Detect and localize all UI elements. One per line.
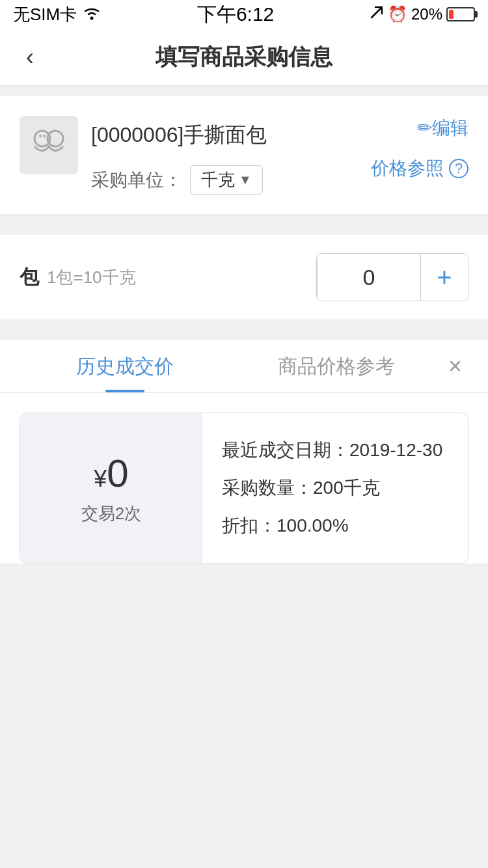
price-value: 0: [107, 452, 128, 495]
product-left: [0000006]手撕面包 采购单位： 千克 ▼: [20, 116, 267, 195]
section-divider-2: [0, 319, 488, 330]
price-discount-label: 折扣：: [222, 515, 277, 536]
battery-percent: 20%: [411, 5, 442, 23]
quantity-controls: +: [316, 253, 468, 301]
price-trades: 交易2次: [81, 502, 141, 525]
quantity-input[interactable]: [317, 254, 421, 301]
svg-point-0: [90, 16, 94, 20]
price-ref-icon: ?: [449, 159, 468, 178]
price-card-left: ¥0 交易2次: [20, 413, 202, 563]
price-date-label: 最近成交日期：: [222, 440, 349, 460]
status-right: ⏰ 20%: [370, 5, 475, 23]
price-card-right: 最近成交日期：2019-12-30 采购数量：200千克 折扣：100.00%: [202, 413, 468, 563]
status-bar: 无SIM卡 下午6:12 ⏰ 20%: [0, 0, 488, 29]
back-button[interactable]: ‹: [20, 37, 40, 77]
product-name: [0000006]手撕面包: [91, 121, 267, 150]
product-section: [0000006]手撕面包 采购单位： 千克 ▼ ✏编辑 价格参照 ?: [0, 96, 488, 214]
tab-history-price[interactable]: 历史成交价: [20, 340, 230, 392]
quantity-unit-desc: 1包=10千克: [47, 266, 136, 289]
unit-value: 千克: [201, 169, 235, 191]
price-card: ¥0 交易2次 最近成交日期：2019-12-30 采购数量：200千克 折扣：…: [20, 413, 468, 563]
product-info: [0000006]手撕面包 采购单位： 千克 ▼: [91, 116, 267, 195]
tab-close-button[interactable]: ×: [442, 346, 468, 387]
price-ref-button[interactable]: 价格参照 ?: [371, 156, 468, 181]
svg-point-3: [39, 135, 42, 137]
product-unit-row: 采购单位： 千克 ▼: [91, 165, 267, 195]
price-qty-row: 采购数量：200千克: [222, 474, 448, 502]
quantity-section: 包 1包=10千克 +: [0, 235, 488, 319]
quantity-label: 包 1包=10千克: [20, 264, 136, 291]
tab-bar: 历史成交价 商品价格参考 ×: [0, 340, 488, 393]
alarm-icon: ⏰: [388, 5, 407, 23]
battery-icon: [446, 7, 475, 21]
price-date-value: 2019-12-30: [349, 440, 442, 460]
quantity-unit-name: 包: [20, 264, 39, 291]
wifi-icon: [82, 5, 102, 25]
carrier-text: 无SIM卡: [13, 3, 77, 26]
price-date-row: 最近成交日期：2019-12-30: [222, 437, 448, 464]
price-qty-label: 采购数量：: [222, 478, 313, 498]
nav-title: 填写商品采购信息: [156, 42, 332, 72]
unit-select[interactable]: 千克 ▼: [190, 165, 263, 195]
price-amount: ¥0: [94, 451, 128, 496]
product-thumbnail: [20, 116, 78, 174]
tab-product-price-label: 商品价格参考: [278, 353, 395, 380]
status-time: 下午6:12: [197, 1, 274, 28]
product-header: [0000006]手撕面包 采购单位： 千克 ▼ ✏编辑 价格参照 ?: [20, 116, 468, 195]
tab-product-price[interactable]: 商品价格参考: [230, 340, 441, 392]
section-divider-1: [0, 214, 488, 224]
price-discount-row: 折扣：100.00%: [222, 512, 448, 539]
tab-section: 历史成交价 商品价格参考 × ¥0 交易2次 最近成交日期：2019-12-30…: [0, 340, 488, 563]
svg-point-4: [43, 135, 46, 137]
edit-button[interactable]: ✏编辑: [417, 116, 468, 141]
price-ref-label: 价格参照: [371, 156, 444, 181]
price-discount-value: 100.00%: [277, 515, 349, 536]
location-icon: [370, 5, 384, 23]
unit-label: 采购单位：: [91, 168, 182, 193]
price-qty-value: 200千克: [313, 478, 380, 498]
price-yen-symbol: ¥: [94, 465, 107, 492]
unit-arrow-icon: ▼: [239, 172, 252, 187]
nav-bar: ‹ 填写商品采购信息: [0, 29, 488, 86]
main-content: [0000006]手撕面包 采购单位： 千克 ▼ ✏编辑 价格参照 ?: [0, 96, 488, 868]
status-left: 无SIM卡: [13, 3, 102, 26]
quantity-add-button[interactable]: +: [421, 254, 468, 301]
tab-history-price-label: 历史成交价: [76, 353, 174, 380]
